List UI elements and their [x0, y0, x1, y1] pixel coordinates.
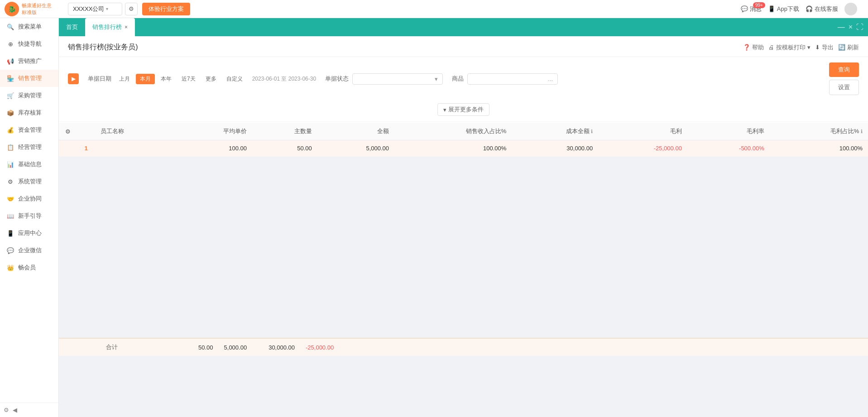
date-btn-custom[interactable]: 自定义: [222, 74, 247, 84]
page-header: 销售排行榜(按业务员) ❓ 帮助 🖨 按模板打印 ▾: [59, 36, 868, 57]
business-icon: 📋: [6, 143, 14, 151]
service-icon: 🎧: [806, 5, 813, 12]
goods-filter: 商品 ...: [452, 73, 558, 85]
tab-home[interactable]: 首页: [59, 18, 85, 36]
footer-gross: -25,000.00: [300, 344, 339, 351]
sidebar-label-sales: 销售管理: [18, 74, 42, 82]
sidebar-item-finance[interactable]: 💰 资金管理: [0, 121, 58, 139]
sidebar-item-cooperation[interactable]: 🤝 企业协同: [0, 190, 58, 207]
avatar[interactable]: [844, 3, 857, 15]
date-btn-more[interactable]: 更多: [201, 74, 221, 84]
footer-qty: 50.00: [193, 344, 219, 351]
cell-avg-price: 100.00: [173, 140, 252, 157]
basic-icon: 📊: [6, 160, 14, 168]
sidebar-item-guide[interactable]: 📖 新手引导: [0, 207, 58, 225]
sidebar-label-basic: 基础信息: [18, 160, 42, 168]
message-badge: 99+: [753, 2, 765, 8]
status-filter-label: 单据状态: [325, 75, 349, 83]
sidebar-item-inventory[interactable]: 📦 库存核算: [0, 104, 58, 121]
tab-close-icon[interactable]: ×: [125, 24, 128, 30]
search-icon: 🔍: [6, 23, 14, 31]
col-name: 员工名称: [95, 123, 173, 140]
goods-more-icon[interactable]: ...: [548, 76, 553, 82]
tab-sales-ranking[interactable]: 销售排行榜 ×: [85, 18, 135, 36]
cell-amount: 5,000.00: [317, 140, 394, 157]
print-chevron-icon: ▾: [807, 44, 810, 51]
tab-minimize-icon[interactable]: —: [838, 23, 845, 31]
col-cost: 成本全额 ℹ: [512, 123, 598, 140]
goods-filter-label: 商品: [452, 75, 464, 83]
sidebar-item-search[interactable]: 🔍 搜索菜单: [0, 18, 58, 35]
sidebar-item-system[interactable]: ⚙ 系统管理: [0, 173, 58, 190]
sidebar-label-shortcut: 快捷导航: [18, 40, 42, 48]
help-button[interactable]: ❓ 帮助: [743, 43, 764, 52]
page-title: 销售排行榜(按业务员): [68, 43, 138, 52]
date-filter: 单据日期 上月 本月 本年 近7天 更多 自定义 2023-06-01 至 20…: [88, 74, 316, 84]
date-range-text: 2023-06-01 至 2023-06-30: [252, 75, 316, 83]
chevron-down-icon: ▾: [106, 6, 108, 11]
message-button[interactable]: 💬 消息 99+: [741, 5, 762, 13]
grosspct-info-icon[interactable]: ℹ: [861, 129, 863, 134]
online-service-button[interactable]: 🎧 在线客服: [806, 5, 838, 13]
sidebar-label-cooperation: 企业协同: [18, 195, 42, 203]
help-icon: ❓: [743, 44, 750, 51]
print-button[interactable]: 🖨 按模板打印 ▾: [768, 43, 810, 52]
gear-button[interactable]: ⚙: [125, 3, 138, 15]
print-icon: 🖨: [768, 44, 774, 51]
tab-close-all-icon[interactable]: ×: [849, 23, 853, 31]
empty-space: [59, 157, 868, 338]
export-button[interactable]: ⬇ 导出: [815, 43, 834, 52]
app-download-button[interactable]: 📱 App下载: [768, 5, 799, 13]
sidebar-settings-icon[interactable]: ⚙: [4, 407, 9, 413]
sidebar-item-business[interactable]: 📋 经营管理: [0, 139, 58, 156]
sidebar-item-shortcut[interactable]: ⊕ 快捷导航: [0, 35, 58, 53]
logo-area: 🐉 畅康通好生意 标准版: [5, 2, 63, 16]
system-icon: ⚙: [6, 177, 14, 186]
export-icon: ⬇: [815, 44, 820, 51]
member-icon: 👑: [6, 264, 14, 272]
goods-select[interactable]: ...: [467, 73, 558, 85]
tab-expand-icon[interactable]: ⛶: [856, 23, 863, 31]
col-settings: ⚙: [59, 123, 77, 140]
table-wrapper: ⚙ 员工名称 平均单价 主数量 全额 销售收入占比% 成本全额 ℹ 毛利: [59, 123, 868, 157]
sidebar-item-wechat[interactable]: 💬 企业微信: [0, 242, 58, 259]
app-icon: 📱: [768, 5, 775, 12]
expand-label: 展开更多条件: [448, 105, 484, 114]
date-btn-curr-month[interactable]: 本月: [136, 74, 155, 84]
footer-total-label: 合计: [101, 343, 182, 351]
query-button[interactable]: 查询: [829, 62, 859, 77]
sidebar-label-purchase: 采购管理: [18, 91, 42, 100]
sidebar-item-marketing[interactable]: 📢 营销推广: [0, 53, 58, 70]
company-selector[interactable]: XXXXX公司 ▾: [68, 3, 122, 15]
status-select[interactable]: ▾: [352, 73, 443, 85]
date-btn-prev-month[interactable]: 上月: [115, 74, 134, 84]
date-btn-7days[interactable]: 近7天: [177, 74, 200, 84]
shortcut-icon: ⊕: [6, 40, 14, 48]
sidebar-label-business: 经营管理: [18, 143, 42, 151]
col-amount: 全额: [317, 123, 394, 140]
sidebar-item-purchase[interactable]: 🛒 采购管理: [0, 87, 58, 104]
top-bar: 🐉 畅康通好生意 标准版 XXXXX公司 ▾ ⚙ 体验行业方案 💬 消息 99+…: [0, 0, 868, 18]
settings-button[interactable]: 设置: [829, 80, 859, 95]
sidebar-bottom: ⚙ ◀: [0, 403, 58, 417]
tab-bar: 首页 销售排行榜 × — × ⛶: [59, 18, 868, 36]
sidebar-label-member: 畅会员: [18, 264, 36, 272]
expand-more-button[interactable]: ▾ 展开更多条件: [437, 103, 489, 116]
table-settings-icon[interactable]: ⚙: [65, 128, 71, 135]
cell-qty: 50.00: [252, 140, 317, 157]
filter-toggle-icon: ▶: [72, 76, 76, 82]
sidebar-item-member[interactable]: 👑 畅会员: [0, 259, 58, 276]
industry-button[interactable]: 体验行业方案: [142, 3, 190, 15]
sidebar-item-sales[interactable]: 🏪 销售管理: [0, 70, 58, 87]
col-gross: 毛利: [598, 123, 687, 140]
sidebar-item-basic[interactable]: 📊 基础信息: [0, 156, 58, 173]
sales-icon: 🏪: [6, 74, 14, 82]
filter-toggle-button[interactable]: ▶: [68, 73, 79, 84]
cell-sales-pct: 100.00%: [394, 140, 512, 157]
sidebar-item-appstore[interactable]: 📱 应用中心: [0, 225, 58, 242]
cost-info-icon[interactable]: ℹ: [591, 129, 593, 134]
table-header-row: ⚙ 员工名称 平均单价 主数量 全额 销售收入占比% 成本全额 ℹ 毛利: [59, 123, 868, 140]
refresh-button[interactable]: 🔄 刷新: [838, 43, 859, 52]
sidebar-collapse-icon[interactable]: ◀: [13, 407, 17, 413]
date-btn-curr-year[interactable]: 本年: [157, 74, 176, 84]
